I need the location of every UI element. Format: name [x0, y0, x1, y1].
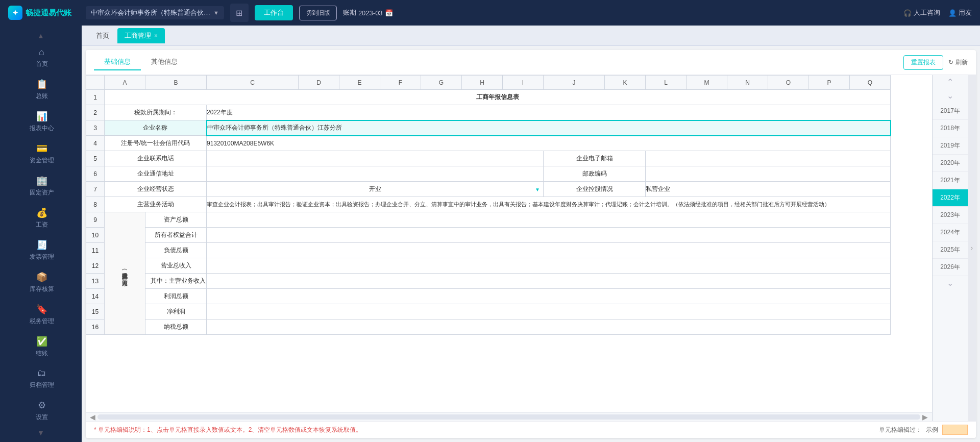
holding-value-cell[interactable]: 私营企业: [646, 182, 891, 197]
email-value-cell[interactable]: [646, 151, 891, 166]
year-scroll-down[interactable]: ⌄: [945, 276, 955, 290]
archive-icon: 🗂: [37, 368, 46, 379]
year-2023[interactable]: 2023年: [933, 207, 968, 224]
refresh-button[interactable]: ↻ 刷新: [948, 58, 968, 67]
year-2018[interactable]: 2018年: [933, 120, 968, 137]
liability-value[interactable]: [207, 243, 891, 258]
sidebar-label-settings: 设置: [36, 413, 48, 422]
hscroll-left-arrow[interactable]: ◀: [88, 413, 97, 421]
year-scroll-up[interactable]: ⌃: [945, 75, 955, 89]
col-header-o[interactable]: O: [768, 76, 809, 90]
revenue-value[interactable]: [207, 258, 891, 274]
sidebar-scroll-down[interactable]: ▼: [0, 427, 82, 439]
consult-button[interactable]: 🎧 人工咨询: [903, 8, 940, 17]
workbench-button[interactable]: 工作台: [255, 5, 293, 20]
company-icon-btn[interactable]: ⊞: [230, 4, 249, 22]
year-2017[interactable]: 2017年: [933, 103, 968, 120]
sidebar-item-settings[interactable]: ⚙ 设置: [0, 395, 82, 427]
year-2026[interactable]: 2026年: [933, 259, 968, 276]
oldver-button[interactable]: 切到旧版: [299, 6, 337, 20]
closing-icon: ✅: [36, 336, 47, 347]
postal-value-cell[interactable]: [646, 166, 891, 182]
col-header-k[interactable]: K: [605, 76, 646, 90]
net-profit-value[interactable]: [207, 304, 891, 320]
period-value-cell[interactable]: 2022年度: [207, 105, 891, 120]
business-value-cell[interactable]: 审查企业会计报表；出具审计报告；验证企业资本；出具验资报告；办理企业合开、分立、…: [207, 197, 891, 212]
table-row: 13 其中：主营业务收入: [86, 274, 891, 289]
phone-value-cell[interactable]: [207, 151, 544, 166]
user-label: 用友: [959, 8, 972, 17]
sidebar-item-home[interactable]: ⌂ 首页: [0, 42, 82, 73]
sidebar-new-guide[interactable]: ⊡ 新手引导: [0, 439, 82, 442]
col-header-f[interactable]: F: [380, 76, 421, 90]
col-header-c[interactable]: C: [207, 76, 299, 90]
period-label-cell: 税款所属期间：: [105, 105, 207, 120]
main-revenue-value[interactable]: [207, 274, 891, 289]
sidebar-item-closing[interactable]: ✅ 结账: [0, 331, 82, 363]
year-2022[interactable]: 2022年: [933, 189, 968, 207]
footer-note: * 单元格编辑说明：1、点击单元格直接录入数值或文本。2、清空单元格数值或文本恢…: [94, 426, 362, 434]
tab-basic-info[interactable]: 基础信息: [94, 54, 141, 70]
tab-other-info[interactable]: 其他信息: [141, 54, 188, 70]
col-header-i[interactable]: I: [503, 76, 544, 90]
user-menu[interactable]: 👤 用友: [948, 8, 972, 17]
company-value-cell[interactable]: 中审众环会计师事务所（特殊普通合伙）江苏分所: [207, 120, 891, 136]
col-header-q[interactable]: Q: [850, 76, 891, 90]
equity-value[interactable]: [207, 228, 891, 243]
horizontal-scrollbar[interactable]: ◀ ▶: [86, 412, 932, 421]
col-header-l[interactable]: L: [646, 76, 687, 90]
tax-total-value[interactable]: [207, 320, 891, 335]
hscroll-right-arrow[interactable]: ▶: [920, 413, 930, 421]
year-2024[interactable]: 2024年: [933, 224, 968, 241]
col-header-d[interactable]: D: [299, 76, 339, 90]
status-value-cell[interactable]: 开业 ▼: [207, 182, 544, 197]
sidebar-item-ledger[interactable]: 📋 总账: [0, 73, 82, 106]
tab-industrial[interactable]: 工商管理 ×: [117, 28, 165, 43]
col-header-e[interactable]: E: [339, 76, 380, 90]
col-header-b[interactable]: B: [145, 76, 207, 90]
spreadsheet-main: A B C D E F G H I J: [86, 75, 932, 421]
sidebar-item-finance[interactable]: 💳 资金管理: [0, 138, 82, 170]
col-header-m[interactable]: M: [687, 76, 727, 90]
col-header-p[interactable]: P: [809, 76, 850, 90]
year-2021[interactable]: 2021年: [933, 172, 968, 189]
col-header-j[interactable]: J: [544, 76, 605, 90]
col-header-n[interactable]: N: [727, 76, 768, 90]
sidebar: ▲ ⌂ 首页 📋 总账 📊 报表中心 💳 资金管理 🏢 固定资产 💰 工资 🧾 …: [0, 26, 82, 442]
year-2019[interactable]: 2019年: [933, 137, 968, 155]
asset-value[interactable]: [207, 212, 891, 228]
year-2025[interactable]: 2025年: [933, 241, 968, 259]
col-header-a[interactable]: A: [105, 76, 145, 90]
calendar-icon[interactable]: 📅: [385, 9, 393, 17]
year-expand-btn[interactable]: ⌄: [945, 89, 955, 103]
col-header-h[interactable]: H: [462, 76, 503, 90]
sidebar-item-tax[interactable]: 🔖 税务管理: [0, 299, 82, 331]
row-num-11: 11: [86, 243, 105, 258]
sidebar-item-assets[interactable]: 🏢 固定资产: [0, 170, 82, 202]
company-selector[interactable]: 中审众环会计师事务所（特殊普通合伙… ▼: [86, 6, 224, 19]
sidebar-scroll-up[interactable]: ▲: [0, 30, 82, 42]
reg-value-cell[interactable]: 91320100MA208E5W6K: [207, 136, 891, 151]
addr-value-cell[interactable]: [207, 166, 544, 182]
reg-label-cell: 注册号/统一社会信用代码: [105, 136, 207, 151]
reset-button[interactable]: 重置报表: [903, 55, 943, 70]
sidebar-item-report[interactable]: 📊 报表中心: [0, 106, 82, 138]
table-row: 15 净利润: [86, 304, 891, 320]
sidebar-item-archive[interactable]: 🗂 归档管理: [0, 363, 82, 395]
title-cell[interactable]: 工商年报信息表: [105, 90, 891, 105]
profit-value[interactable]: [207, 289, 891, 304]
sidebar-item-inventory[interactable]: 📦 库存核算: [0, 266, 82, 299]
tab-close-icon[interactable]: ×: [154, 32, 158, 39]
col-header-g[interactable]: G: [421, 76, 462, 90]
tab-home[interactable]: 首页: [90, 28, 115, 43]
hscroll-track[interactable]: [97, 414, 920, 420]
sidebar-label-home: 首页: [36, 60, 48, 68]
sidebar-label-finance: 资金管理: [30, 156, 54, 165]
sidebar-item-salary[interactable]: 💰 工资: [0, 202, 82, 234]
grid-wrapper[interactable]: A B C D E F G H I J: [86, 75, 932, 412]
grid-table: A B C D E F G H I J: [86, 75, 891, 335]
collapse-panel[interactable]: ›: [968, 75, 976, 421]
sidebar-item-invoice[interactable]: 🧾 发票管理: [0, 234, 82, 266]
row-num-14: 14: [86, 289, 105, 304]
year-2020[interactable]: 2020年: [933, 155, 968, 172]
